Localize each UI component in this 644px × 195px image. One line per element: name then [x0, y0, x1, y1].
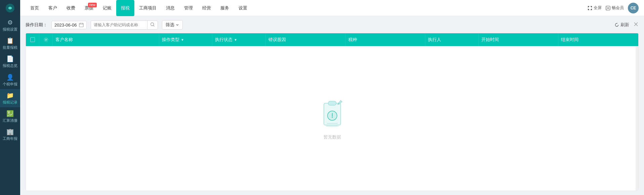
fullscreen-icon	[588, 6, 592, 10]
svg-point-11	[326, 125, 339, 127]
calendar-icon	[79, 23, 84, 27]
col-error-reason: 错误股因	[266, 33, 346, 46]
settlement-icon: 💹	[6, 110, 14, 117]
sidebar-item-tax-records[interactable]: 📁 报税记录	[0, 89, 20, 107]
sidebar-label-tax-records: 报税记录	[3, 100, 17, 105]
nav-item-accounts[interactable]: 记账	[98, 0, 116, 16]
nav-label-tax: 报税	[121, 5, 130, 11]
search-input[interactable]	[91, 21, 147, 29]
col-operation-type[interactable]: 操作类型 ▼	[159, 33, 212, 46]
empty-text: 暂无数据	[324, 134, 341, 140]
nav-label-messages: 消息	[166, 5, 175, 11]
personal-tax-icon: 👤	[6, 74, 14, 81]
close-icon	[633, 22, 639, 27]
close-button[interactable]	[633, 22, 639, 28]
header-checkbox[interactable]	[30, 37, 35, 42]
batch-tax-icon: 📋	[6, 37, 14, 44]
nav-label-clients: 客户	[48, 5, 57, 11]
nav-label-operations: 经营	[202, 5, 211, 11]
sidebar-logo	[0, 0, 20, 16]
svg-point-8	[332, 117, 333, 118]
refresh-button[interactable]: 刷新	[614, 22, 629, 28]
nav-item-invoice[interactable]: 票据new	[80, 0, 98, 16]
tax-settings-icon: ⚙	[7, 19, 13, 26]
page-content: 操作日期： 2023-06-06	[20, 16, 644, 195]
filter-button[interactable]: 筛选	[162, 20, 183, 30]
member-btn[interactable]: 畅会员	[606, 5, 624, 11]
sidebar-item-tax-overview[interactable]: 📄 报税总览	[0, 52, 20, 71]
nav-label-management: 管理	[184, 5, 193, 11]
sidebar-item-tax-settings[interactable]: ⚙ 报税设置	[0, 16, 20, 34]
svg-rect-6	[328, 101, 336, 105]
col-gear[interactable]	[39, 33, 53, 46]
sidebar-label-tax-settings: 报税设置	[3, 27, 17, 32]
member-label: 畅会员	[612, 5, 624, 11]
sidebar-item-batch-tax[interactable]: 📋 批量报税	[0, 34, 20, 52]
nav-item-messages[interactable]: 消息	[161, 0, 179, 16]
search-icon	[150, 22, 155, 27]
table-body: 暂无数据	[26, 46, 638, 191]
search-button[interactable]	[147, 21, 158, 29]
toolbar-right: 刷新	[614, 22, 639, 28]
nav-label-billing: 收费	[67, 5, 75, 11]
nav-item-settings[interactable]: 设置	[234, 0, 252, 16]
col-tax-type: 税种	[346, 33, 426, 46]
sidebar: ⚙ 报税设置 📋 批量报税 📄 报税总览 👤 个税申报 📁 报税记录 💹 汇算清…	[0, 0, 20, 195]
topnav-right: 全屏 畅会员 CE	[588, 3, 639, 13]
date-input[interactable]: 2023-06-06	[51, 21, 87, 29]
sidebar-label-personal-tax: 个税申报	[3, 82, 17, 86]
nav-item-clients[interactable]: 客户	[44, 0, 62, 16]
nav-label-home: 首页	[30, 5, 39, 11]
refresh-icon	[614, 23, 619, 27]
nav-label-settings: 设置	[239, 5, 247, 11]
filter-icon: ▼	[181, 38, 184, 42]
nav-item-services[interactable]: 服务	[216, 0, 234, 16]
main-container: 首页客户收费票据new记账报税工商项目消息管理经营服务设置 全屏 畅会员 CE	[20, 0, 644, 195]
topnav: 首页客户收费票据new记账报税工商项目消息管理经营服务设置 全屏 畅会员 CE	[20, 0, 644, 16]
date-value: 2023-06-06	[54, 23, 77, 28]
fullscreen-label: 全屏	[594, 5, 602, 11]
avatar[interactable]: CE	[628, 3, 639, 13]
col-end-time: 结束时间	[558, 33, 638, 46]
sidebar-label-tax-overview: 报税总览	[3, 64, 17, 68]
search-box	[91, 21, 158, 30]
nav-label-accounts: 记账	[103, 5, 112, 11]
sidebar-item-settlement[interactable]: 💹 汇算清缴	[0, 107, 20, 125]
nav-item-business[interactable]: 工商项目	[134, 0, 161, 16]
sidebar-item-annual-report[interactable]: 🏢 工商年报	[0, 125, 20, 144]
nav-item-management[interactable]: 管理	[179, 0, 198, 16]
fullscreen-btn[interactable]: 全屏	[588, 5, 602, 11]
nav-label-services: 服务	[220, 5, 229, 11]
annual-report-icon: 🏢	[6, 128, 14, 135]
sidebar-item-personal-tax[interactable]: 👤 个税申报	[0, 71, 20, 89]
nav-item-tax[interactable]: 报税	[116, 0, 134, 16]
col-exec-status[interactable]: 执行状态 ▼	[212, 33, 265, 46]
chevron-down-icon	[176, 23, 179, 27]
table-container: 客户名称 操作类型 ▼ 执行状态 ▼ 错误股因 税种	[26, 33, 639, 191]
avatar-text: CE	[631, 6, 636, 10]
gear-icon	[44, 37, 48, 42]
sidebar-label-batch-tax: 批量报税	[3, 45, 17, 50]
member-icon	[606, 6, 610, 10]
tax-records-icon: 📁	[6, 92, 14, 99]
content-area: 操作日期： 2023-06-06	[20, 16, 644, 195]
nav-badge-invoice: new	[88, 3, 97, 7]
col-checkbox[interactable]	[26, 33, 39, 46]
col-client-name: 客户名称	[53, 33, 159, 46]
svg-rect-2	[79, 23, 83, 27]
toolbar: 操作日期： 2023-06-06	[26, 20, 639, 30]
nav-item-billing[interactable]: 收费	[62, 0, 80, 16]
scroll-indicator	[636, 46, 638, 191]
col-executor: 执行人	[425, 33, 478, 46]
app-logo-icon	[5, 3, 15, 13]
nav-item-operations[interactable]: 经营	[198, 0, 216, 16]
table-header: 客户名称 操作类型 ▼ 执行状态 ▼ 错误股因 税种	[26, 33, 638, 46]
date-label: 操作日期：	[26, 22, 47, 28]
sidebar-label-settlement: 汇算清缴	[3, 118, 17, 123]
svg-point-4	[45, 39, 47, 40]
refresh-label: 刷新	[620, 22, 629, 28]
col-start-time: 开始时间	[479, 33, 559, 46]
filter-icon: ▼	[234, 38, 237, 42]
nav-item-home[interactable]: 首页	[26, 0, 44, 16]
filter-label: 筛选	[166, 22, 174, 28]
